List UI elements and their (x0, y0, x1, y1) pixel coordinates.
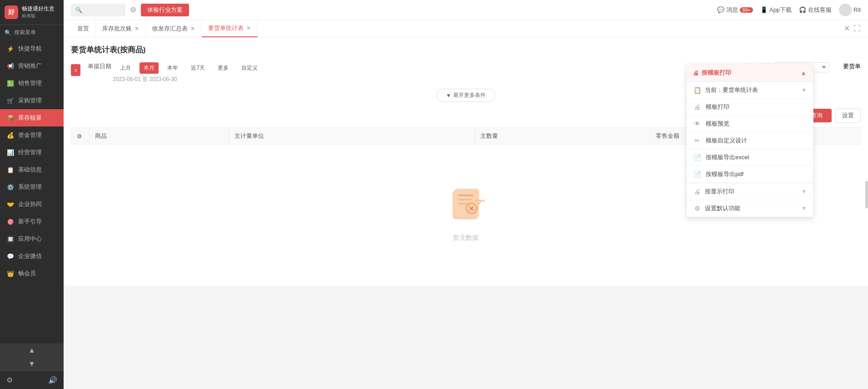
messages-item[interactable]: 💬 消息 99+ (717, 6, 753, 14)
sidebar-item-member[interactable]: 👑 畅会员 (0, 265, 64, 282)
sound-icon[interactable]: 🔊 (48, 376, 57, 384)
tab-collection-summary[interactable]: 收发存汇总表 ✕ (146, 20, 202, 37)
sidebar-item-quick-nav[interactable]: ⚡ 快捷导航 (0, 40, 64, 57)
tab-home-label: 首页 (77, 25, 89, 33)
logo-icon: 好 (5, 5, 18, 19)
dropdown-current-template[interactable]: 📋 当前：要货单统计表 ▼ (687, 82, 813, 99)
tab-close-order[interactable]: ✕ (246, 25, 251, 31)
filter-expand-icon[interactable]: › (71, 64, 80, 76)
tab-home[interactable]: 首页 (71, 20, 96, 37)
tab-close-all-icon[interactable]: ✕ (844, 24, 850, 33)
settings-button[interactable]: 设置 (835, 108, 861, 123)
service-icon: 🎧 (799, 6, 806, 13)
dropdown-template-export-pdf[interactable]: 📄 按模板导出pdf (687, 166, 813, 183)
default-func-arrow: ▼ (801, 205, 807, 212)
sales-icon: 💹 (6, 80, 15, 87)
app-tag: 标准版 (22, 13, 55, 19)
expand-more-btn[interactable]: ▼ 展开更多条件 (436, 89, 495, 102)
date-btn-this-year[interactable]: 本年 (163, 62, 182, 74)
export-excel-label: 按模板导出excel (706, 153, 749, 162)
col-goods: 商品 (90, 128, 229, 145)
sidebar-scroll-up[interactable]: ▼ (0, 357, 64, 371)
tab-maximize-icon[interactable]: ⛶ (853, 25, 861, 33)
topbar-left: 🔍 ⚙ 体验行业方案 (71, 4, 189, 16)
template-design-icon: ✏ (693, 137, 701, 144)
sidebar-item-purchase[interactable]: 🛒 采购管理 (0, 92, 64, 109)
print-dropdown-menu: 🖨 按模板打印 ▲ 📋 当前：要货单统计表 ▼ 🖨 模板打印 👁 模板预览 ✏ … (686, 64, 813, 217)
sidebar-item-marketing[interactable]: 📢 营销推广 (0, 57, 64, 75)
date-btn-custom[interactable]: 自定义 (237, 62, 262, 74)
topbar-gear-icon[interactable]: ⚙ (130, 5, 136, 14)
dropdown-template-export-excel[interactable]: 📄 按模板导出excel (687, 149, 813, 166)
empty-icon (443, 181, 489, 227)
purchase-icon: 🛒 (6, 97, 15, 104)
sidebar-item-finance[interactable]: 💰 资金管理 (0, 126, 64, 144)
tab-actions: ✕ ⛶ (844, 24, 861, 33)
col-quantity: 主数量 (475, 128, 650, 145)
empty-text: 暂无数据 (453, 234, 479, 242)
sidebar-item-corp[interactable]: 🤝 企业协同 (0, 196, 64, 213)
tab-batch-account[interactable]: 库存批次账 ✕ (96, 20, 146, 37)
tab-close-collection[interactable]: ✕ (190, 25, 195, 32)
dropdown-default-func[interactable]: ⚙ 设置默认功能 ▼ (687, 200, 813, 217)
sidebar-item-label: 资金管理 (18, 131, 42, 139)
user-profile[interactable]: Rit (839, 4, 861, 16)
settings-icon[interactable]: ⚙ (6, 376, 13, 384)
app-download-item[interactable]: 📱 App下载 (760, 6, 792, 14)
trial-button[interactable]: 体验行业方案 (141, 4, 189, 16)
date-btn-last-month[interactable]: 上月 (116, 62, 135, 74)
online-service-label: 在线客服 (808, 6, 832, 14)
display-print-icon: 🖨 (693, 188, 701, 195)
topbar-search-box[interactable]: 🔍 (71, 4, 125, 16)
sidebar-item-wechat[interactable]: 💬 企业微信 (0, 248, 64, 265)
template-preview-icon: 👁 (693, 120, 701, 127)
export-pdf-icon: 📄 (693, 171, 701, 178)
sidebar-item-guide[interactable]: 🎯 新手引导 (0, 213, 64, 230)
svg-rect-4 (458, 199, 471, 200)
display-print-arrow: ▼ (801, 188, 807, 195)
template-print-label: 模板打印 (706, 103, 729, 111)
template-print-icon: 🖨 (693, 103, 701, 111)
col-gear[interactable]: ⚙ (71, 128, 90, 145)
date-btn-more[interactable]: 更多 (214, 62, 233, 74)
sidebar-item-system[interactable]: ⚙️ 系统管理 (0, 178, 64, 196)
sidebar-nav: ⚡ 快捷导航 📢 营销推广 💹 销售管理 🛒 采购管理 📦 库存核算 💰 资金管… (0, 40, 64, 344)
sidebar-item-operation[interactable]: 📊 经营管理 (0, 144, 64, 161)
logo-text-group: 畅捷通好生意 标准版 (22, 5, 55, 19)
online-service-item[interactable]: 🎧 在线客服 (799, 6, 832, 14)
sidebar-item-label: 采购管理 (18, 96, 42, 105)
dropdown-template-design[interactable]: ✏ 模板自定义设计 (687, 132, 813, 149)
sidebar-search[interactable]: 🔍 搜索菜单 (0, 25, 64, 40)
sidebar-item-label: 系统管理 (18, 183, 42, 191)
current-template-icon: 📋 (693, 86, 701, 94)
sidebar-item-label: 快捷导航 (18, 45, 42, 53)
tab-close-batch[interactable]: ✕ (135, 25, 139, 32)
scrollbar-thumb[interactable] (865, 181, 868, 208)
dropdown-up-icon[interactable]: ▲ (800, 69, 807, 76)
sidebar-item-label: 经营管理 (18, 148, 42, 157)
current-template-arrow: ▼ (801, 87, 807, 93)
sidebar-item-appstore[interactable]: 🔲 应用中心 (0, 230, 64, 248)
app-name: 畅捷通好生意 (22, 5, 55, 13)
app-download-label: App下载 (769, 6, 792, 14)
member-icon: 👑 (6, 270, 15, 277)
corp-icon: 🤝 (6, 201, 15, 208)
sidebar-item-label: 企业协同 (18, 200, 42, 208)
default-func-label: 设置默认功能 (705, 204, 740, 212)
sidebar-item-basic[interactable]: 📋 基础信息 (0, 161, 64, 178)
sidebar-item-label: 库存核算 (18, 114, 42, 122)
template-preview-label: 模板预览 (706, 120, 729, 128)
dropdown-display-print[interactable]: 🖨 按显示打印 ▼ (687, 183, 813, 200)
sidebar-item-inventory[interactable]: 📦 库存核算 (0, 109, 64, 126)
sidebar-item-label: 新手引导 (18, 217, 42, 226)
dropdown-template-print[interactable]: 🖨 模板打印 (687, 99, 813, 116)
user-name: Rit (853, 6, 861, 13)
print-menu-title: 按模板打印 (702, 69, 731, 77)
tab-order-stat[interactable]: 要货单统计表 ✕ (202, 20, 258, 37)
date-btn-this-month[interactable]: 本月 (140, 62, 159, 74)
dropdown-template-preview[interactable]: 👁 模板预览 (687, 116, 813, 132)
sidebar-scroll-down[interactable]: ▲ (0, 344, 64, 357)
sidebar-item-sales[interactable]: 💹 销售管理 (0, 75, 64, 92)
date-btn-7days[interactable]: 近7天 (187, 62, 209, 74)
print-menu-icon: 🖨 (693, 70, 699, 76)
